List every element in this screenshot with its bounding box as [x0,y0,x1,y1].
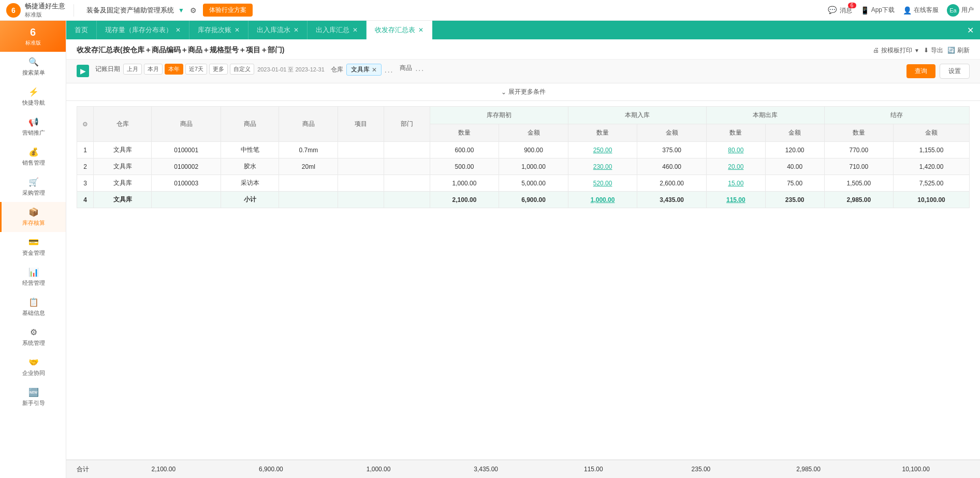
sidebar-item-inventory[interactable]: 📦 库存核算 [0,202,66,232]
table-container: ⚙ 仓库 商品 商品 商品 项目 部门 库存期初 本期入库 本期出库 [66,106,980,208]
page-content: 收发存汇总表(按仓库＋商品编码＋商品＋规格型号＋项目＋部门) 🖨 按模板打印 ▼… [66,39,980,459]
warehouse-more[interactable]: ... [385,66,394,74]
tab-close-batch-ledger[interactable]: ✕ [235,27,240,33]
date-btn-more[interactable]: 更多 [209,64,228,75]
table-row-out-qty[interactable]: 115.00 [706,192,765,208]
tab-close-io-summary[interactable]: ✕ [353,27,358,33]
sidebar-item-enterprise[interactable]: 🤝 企业协同 [0,352,66,382]
total-in-qty: 1,000.00 [325,466,432,473]
table-row-in-qty[interactable]: 250.00 [568,142,637,158]
user-btn[interactable]: Ea 用户 [947,4,974,17]
th-balance: 结存 [824,107,969,124]
th-opening-amt: 金额 [499,124,568,142]
export-icon: ⬇ [924,47,929,54]
table-row-out-qty[interactable]: 80.00 [706,142,765,158]
table-row-out-qty[interactable]: 15.00 [706,175,765,192]
tab-close-io-flow[interactable]: ✕ [294,27,299,33]
total-out-qty: 115.00 [540,466,648,473]
table-row-opening-amt: 6,900.00 [499,192,568,208]
table-row-out-qty[interactable]: 20.00 [706,158,765,175]
tab-inventory-dist[interactable]: 现存量（库存分布表） ✕ [97,21,189,39]
table-settings-icon[interactable]: ⚙ [82,121,88,128]
expand-conditions-btn[interactable]: ⌄ 展开更多条件 [497,85,550,98]
tab-home[interactable]: 首页 [66,21,97,39]
expand-row: ⌄ 展开更多条件 [66,83,980,101]
sidebar-item-search[interactable]: 🔍 搜索菜单 [0,52,66,82]
export-btn[interactable]: ⬇ 导出 [924,46,943,55]
online-service-btn[interactable]: 👤 在线客服 [903,6,939,15]
refresh-btn[interactable]: 🔄 刷新 [947,46,970,55]
total-cells: 2,100.00 6,900.00 1,000.00 3,435.00 115.… [110,466,970,473]
operations-icon: 📊 [28,267,39,277]
sidebar-item-basic-info[interactable]: 📋 基础信息 [0,292,66,322]
total-opening-amt: 6,900.00 [217,466,325,473]
date-btn-this-month[interactable]: 本月 [144,64,163,75]
table-row-in-qty[interactable]: 520.00 [568,175,637,192]
sidebar-item-finance[interactable]: 💳 资金管理 [0,232,66,262]
th-out: 本期出库 [706,107,824,124]
page-title: 收发存汇总表(按仓库＋商品编码＋商品＋规格型号＋项目＋部门) [77,46,284,55]
tab-batch-ledger[interactable]: 库存批次账 ✕ [189,21,248,39]
table-row-project [338,142,384,158]
warehouse-tag-close[interactable]: ✕ [372,66,377,74]
table-row-in-qty[interactable]: 230.00 [568,158,637,175]
th-in-amt: 金额 [637,124,707,142]
tab-stock-summary[interactable]: 收发存汇总表 ✕ [367,21,432,39]
filter-toggle-btn[interactable]: ▶ [77,65,89,77]
print-template-btn[interactable]: 🖨 按模板打印 ▼ [873,46,919,55]
col-settings[interactable]: ⚙ [77,107,94,142]
th-opening-qty: 数量 [430,124,499,142]
sidebar-item-system[interactable]: ⚙ 系统管理 [0,322,66,352]
table-row-balance-amt: 1,155.00 [894,142,970,158]
trial-btn[interactable]: 体验行业方案 [203,4,253,17]
sidebar-item-marketing[interactable]: 📢 营销推广 [0,112,66,142]
total-in-amt: 3,435.00 [432,466,540,473]
chevron-down-icon: ⌄ [501,89,506,96]
table-row-spec: 0.7mm [279,142,338,158]
sidebar-item-quick[interactable]: ⚡ 快捷导航 [0,82,66,112]
th-project: 项目 [338,107,384,142]
total-balance-amt: 10,100.00 [862,466,970,473]
system-icon: ⚙ [30,327,37,337]
sidebar-item-guide[interactable]: 🆕 新手引导 [0,382,66,412]
sidebar-item-purchase[interactable]: 🛒 采购管理 [0,172,66,202]
tab-io-flow[interactable]: 出入库流水 ✕ [248,21,308,39]
app-title: 畅捷通好生意 [25,2,65,11]
table-row-out-amt: 120.00 [765,142,824,158]
date-btn-custom[interactable]: 自定义 [230,64,254,75]
app-download-btn[interactable]: 📱 App下载 [860,6,895,15]
warehouse-filter-group: 仓库 文具库 ✕ ... [331,64,394,76]
table-row-in-qty[interactable]: 1,000.00 [568,192,637,208]
table-row-opening-amt: 900.00 [499,142,568,158]
tab-close-inventory-dist[interactable]: ✕ [175,27,181,33]
total-opening-qty: 2,100.00 [110,466,217,473]
table-row-balance-qty: 770.00 [824,142,894,158]
date-btn-last-month[interactable]: 上月 [123,64,142,75]
search-icon: 🔍 [28,57,39,67]
tab-io-summary[interactable]: 出入库汇总 ✕ [308,21,367,39]
filter-section: ▶ 记账日期 上月 本月 本年 近7天 更多 自定义 [66,60,980,83]
sidebar-item-sales[interactable]: 💰 销售管理 [0,142,66,172]
th-balance-qty: 数量 [824,124,894,142]
tab-close-stock-summary[interactable]: ✕ [418,27,423,33]
settings-icon[interactable]: ⚙ [188,5,199,16]
table-row-opening-qty: 1,000.00 [430,175,499,192]
date-filter-group: 记账日期 上月 本月 本年 近7天 更多 自定义 2023-01-01 至 20… [95,64,325,75]
sidebar-item-operations[interactable]: 📊 经营管理 [0,262,66,292]
goods-more[interactable]: ... [415,64,425,73]
table-row-opening-amt: 1,000.00 [499,158,568,175]
main-layout: 6 标准版 🔍 搜索菜单 ⚡ 快捷导航 📢 营销推广 💰 销售管理 🛒 采购 [0,21,980,478]
date-btn-this-year[interactable]: 本年 [165,64,183,75]
app-logo: 6 [6,3,21,18]
system-dropdown[interactable]: ▼ [178,7,184,14]
query-btn[interactable]: 查询 [906,64,935,78]
message-btn[interactable]: 💬 6 消息 [828,6,852,15]
table-row-no: 3 [77,175,94,192]
table-row-project [338,175,384,192]
filter-settings-btn[interactable]: 设置 [940,64,970,79]
purchase-icon: 🛒 [28,177,39,187]
tab-bar-close[interactable]: ✕ [961,25,980,35]
date-btn-7days[interactable]: 近7天 [185,64,207,75]
service-icon: 👤 [903,6,912,15]
table-row-name: 小计 [221,192,279,208]
